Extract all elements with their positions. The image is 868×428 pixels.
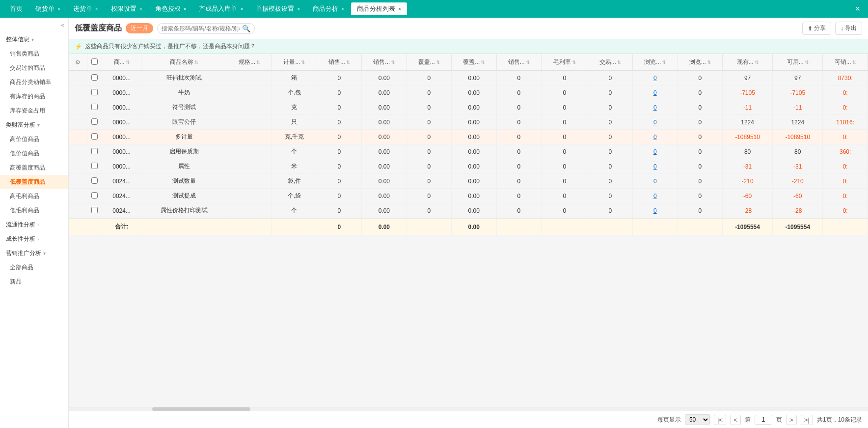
row-checkbox[interactable] [87, 159, 102, 174]
close-tab-perm[interactable]: × [139, 6, 142, 12]
sidebar-item-all-goods[interactable]: 全部商品 [0, 260, 68, 275]
nav-tab-purchase[interactable]: 进货单 × [67, 2, 104, 15]
row-checkbox[interactable] [87, 100, 102, 115]
row-select-checkbox[interactable] [91, 163, 98, 169]
row-select-checkbox[interactable] [91, 192, 98, 199]
sidebar-group-overall[interactable]: 整体信息 ▾ [0, 32, 68, 47]
sidebar-toggle[interactable]: « [0, 18, 68, 32]
col-name[interactable]: 商品名称⇅ [141, 54, 227, 71]
row-view1[interactable]: 0 [633, 189, 678, 203]
sidebar-item-high-coverage[interactable]: 高覆盖度商品 [0, 161, 68, 175]
close-tab-analysis-list[interactable]: × [398, 6, 401, 12]
scrollbar-thumb[interactable] [152, 407, 250, 411]
nav-tab-role[interactable]: 角色授权 × [149, 2, 192, 15]
row-checkbox[interactable] [87, 144, 102, 159]
col-checkbox[interactable] [87, 54, 102, 71]
sidebar-item-low-value[interactable]: 低价值商品 [0, 146, 68, 161]
col-view2[interactable]: 浏览...⇅ [678, 54, 722, 71]
sidebar-group-growth[interactable]: 成长性分析 › [0, 232, 68, 246]
col-sales3[interactable]: 销售...⇅ [496, 54, 541, 71]
next-page-button[interactable]: > [786, 415, 797, 425]
col-sellable[interactable]: 可销...⇅ [823, 54, 868, 71]
row-checkbox[interactable] [87, 115, 102, 130]
search-icon[interactable]: 🔍 [242, 25, 250, 32]
sidebar-item-traded-goods[interactable]: 交易过的商品 [0, 61, 68, 75]
col-unit[interactable]: 计量...⇅ [272, 54, 317, 71]
close-tab-template[interactable]: × [297, 6, 300, 12]
export-button[interactable]: ↓ 导出 [835, 22, 862, 35]
search-input[interactable] [162, 25, 240, 32]
col-sales-qty[interactable]: 销售...⇅ [317, 54, 361, 71]
sidebar-item-stock-capital[interactable]: 库存资金占用 [0, 104, 68, 118]
sidebar-item-high-value[interactable]: 高价值商品 [0, 132, 68, 146]
row-checkbox[interactable] [87, 130, 102, 144]
col-gear[interactable]: ⚙ [69, 54, 87, 71]
sidebar-item-low-margin[interactable]: 低毛利商品 [0, 203, 68, 218]
row-select-checkbox[interactable] [91, 177, 98, 184]
col-trade[interactable]: 交易...⇅ [588, 54, 632, 71]
row-select-checkbox[interactable] [91, 118, 98, 125]
settings-icon[interactable]: ⚙ [75, 59, 81, 66]
row-checkbox[interactable] [87, 174, 102, 189]
sidebar-item-category-rate[interactable]: 商品分类动销率 [0, 75, 68, 89]
sidebar-item-low-coverage[interactable]: 低覆盖度商品 [0, 175, 68, 189]
row-view1[interactable]: 0 [633, 86, 678, 100]
sidebar-item-new-goods[interactable]: 新品 [0, 275, 68, 289]
close-tab-role[interactable]: × [184, 6, 187, 12]
sidebar-group-wealth[interactable]: 类财富分析 ▾ [0, 118, 68, 132]
share-button[interactable]: ⬆ 分享 [802, 22, 831, 35]
row-checkbox[interactable] [87, 86, 102, 100]
sidebar-item-in-stock[interactable]: 有库存的商品 [0, 89, 68, 104]
row-view1[interactable]: 0 [633, 203, 678, 219]
sidebar-item-sales-goods[interactable]: 销售类商品 [0, 47, 68, 61]
row-view1[interactable]: 0 [633, 115, 678, 130]
col-margin[interactable]: 毛利率⇅ [541, 54, 588, 71]
sidebar-group-liquidity[interactable]: 流通性分析 › [0, 218, 68, 232]
prev-page-button[interactable]: < [730, 415, 741, 425]
row-select-checkbox[interactable] [91, 133, 98, 140]
row-view1[interactable]: 0 [633, 100, 678, 115]
sidebar-item-high-margin[interactable]: 高毛利商品 [0, 189, 68, 203]
nav-tab-analysis[interactable]: 商品分析 × [307, 2, 350, 15]
close-tab-sales[interactable]: × [57, 6, 60, 12]
row-view1[interactable]: 0 [633, 144, 678, 159]
col-sales-amt[interactable]: 销售...⇅ [362, 54, 407, 71]
close-tab-analysis[interactable]: × [341, 6, 344, 12]
col-stock[interactable]: 现有...⇅ [722, 54, 772, 71]
col-view1[interactable]: 浏览...⇅ [633, 54, 678, 71]
nav-tab-product[interactable]: 产成品入库单 × [193, 2, 249, 15]
col-code[interactable]: 商...⇅ [102, 54, 141, 71]
row-view1[interactable]: 0 [633, 159, 678, 174]
row-select-checkbox[interactable] [91, 89, 98, 95]
row-view1[interactable]: 0 [633, 130, 678, 144]
close-all-button[interactable]: × [851, 4, 864, 14]
row-checkbox[interactable] [87, 71, 102, 86]
page-size-select[interactable]: 50 10 20 100 [685, 414, 710, 425]
nav-tab-analysis-list[interactable]: 商品分析列表 × [351, 2, 407, 15]
row-select-checkbox[interactable] [91, 104, 98, 110]
nav-tab-sales[interactable]: 销货单 × [29, 2, 66, 15]
row-select-checkbox[interactable] [91, 207, 98, 213]
select-all-checkbox[interactable] [91, 58, 98, 65]
close-tab-product[interactable]: × [240, 6, 243, 12]
row-checkbox[interactable] [87, 203, 102, 219]
page-number-input[interactable] [755, 415, 772, 425]
time-filter-button[interactable]: 近一月 [126, 23, 153, 33]
close-tab-purchase[interactable]: × [95, 6, 98, 12]
row-select-checkbox[interactable] [91, 74, 98, 81]
row-select-checkbox[interactable] [91, 148, 98, 154]
col-cover2[interactable]: 覆盖...⇅ [452, 54, 496, 71]
last-page-button[interactable]: >| [801, 415, 813, 425]
row-checkbox[interactable] [87, 189, 102, 203]
nav-tab-template[interactable]: 单据模板设置 × [250, 2, 306, 15]
row-view1[interactable]: 0 [633, 71, 678, 86]
horizontal-scrollbar[interactable] [69, 407, 868, 411]
nav-tab-home[interactable]: 首页 [4, 2, 28, 15]
row-view1[interactable]: 0 [633, 174, 678, 189]
sidebar-group-marketing[interactable]: 营销推广分析 ▾ [0, 246, 68, 260]
nav-tab-perm[interactable]: 权限设置 × [105, 2, 148, 15]
col-spec[interactable]: 规格...⇅ [227, 54, 271, 71]
col-cover1[interactable]: 覆盖...⇅ [407, 54, 451, 71]
first-page-button[interactable]: |< [714, 415, 726, 425]
col-available[interactable]: 可用...⇅ [773, 54, 823, 71]
